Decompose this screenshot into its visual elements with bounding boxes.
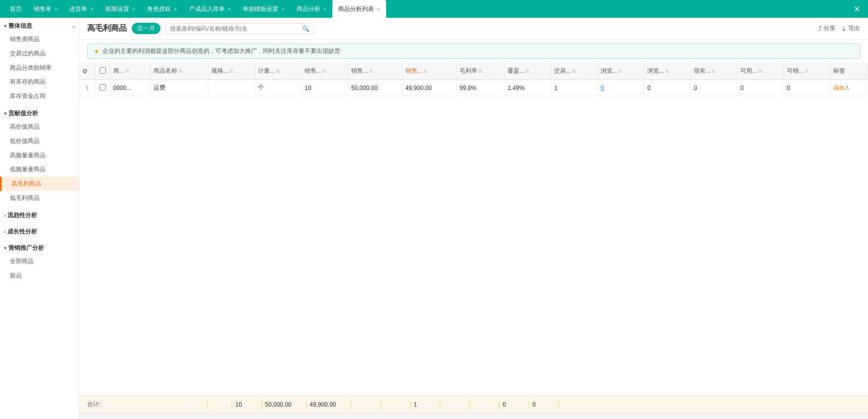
th-sales-qty[interactable]: 销售... ⇅ (302, 63, 348, 80)
export-button[interactable]: ⤓ 导出 (841, 24, 860, 33)
sidebar-item-traded-goods[interactable]: 交易过的商品 (0, 47, 79, 61)
info-icon: ✦ (94, 47, 100, 55)
tab-analysis-list-close[interactable]: × (377, 6, 380, 12)
sort-cost-icon: ⇅ (423, 68, 427, 74)
sidebar-item-inventory-goods[interactable]: 有库存的商品 (0, 75, 79, 89)
filter-recent-month[interactable]: 近一月 (132, 23, 160, 34)
arrow-growth-icon: › (4, 229, 5, 234)
tab-template[interactable]: 单据模板设置 × (237, 0, 290, 18)
th-code[interactable]: 商... ⇅ (110, 63, 151, 80)
tab-analysis-list[interactable]: 商品分析列表 × (332, 0, 386, 18)
footer-cell-cost: 49,900.00 (306, 401, 351, 408)
sidebar-item-high-freq[interactable]: 高频量量商品 (0, 148, 79, 163)
tab-sales[interactable]: 销售单 × (28, 0, 63, 18)
top-navigation: 首页 销售单 × 进货单 × 权限设置 × 角色授权 × 产成品入库单 × 单据… (0, 0, 868, 18)
cell-spec (208, 80, 255, 96)
sidebar-item-all-goods[interactable]: 全部商品 (0, 254, 79, 269)
tab-template-close[interactable]: × (281, 6, 284, 12)
sort-browse2-icon: ⇅ (665, 68, 669, 74)
data-table: ⚙ 商... ⇅ (79, 63, 868, 96)
th-unit[interactable]: 计量... ⇅ (255, 63, 302, 80)
th-transaction[interactable]: 交易... ⇅ (551, 63, 598, 80)
tab-analysis[interactable]: 商品分析 × (291, 0, 332, 18)
sort-unit-icon: ⇅ (276, 68, 280, 74)
sidebar-item-low-margin[interactable]: 低毛利商品 (0, 191, 79, 205)
sidebar-item-high-value[interactable]: 高价值商品 (0, 120, 79, 134)
sidebar-group-marketing[interactable]: ▾ 营销推广分析 (0, 240, 79, 254)
sidebar-group-overall[interactable]: ▾ 整体信息 (0, 18, 79, 32)
close-all-tabs[interactable]: ✕ (850, 4, 864, 14)
th-sales-amount[interactable]: 销售... ⇅ (348, 63, 402, 80)
cell-browse1[interactable]: 0 (598, 80, 644, 96)
th-browse2[interactable]: 浏览... ⇅ (644, 63, 691, 80)
data-table-wrapper[interactable]: ⚙ 商... ⇅ (79, 63, 868, 395)
sidebar-item-inventory-capital[interactable]: 库存资金占用 (0, 89, 79, 103)
tab-home[interactable]: 首页 (4, 0, 28, 18)
tab-roles[interactable]: 角色授权 × (141, 0, 183, 18)
th-coverage[interactable]: 覆盖... ⇅ (505, 63, 551, 80)
footer-cell-qty: 10 (232, 401, 262, 408)
sidebar-group-trend[interactable]: › 流趋性分析 (0, 207, 79, 222)
cell-current-inv: 0 (691, 80, 737, 96)
tab-permissions[interactable]: 权限设置 × (100, 0, 141, 18)
tab-permissions-close[interactable]: × (132, 6, 135, 12)
th-sales-cost[interactable]: 销售... ⇅ (402, 63, 456, 80)
th-sellable[interactable]: 可销... ⇅ (784, 63, 830, 80)
footer-cell-spacer2 (207, 401, 232, 408)
header-actions: ⤴ 分享 ⤓ 导出 (818, 24, 860, 33)
sidebar-section-trend: › 流趋性分析 (0, 207, 79, 222)
tab-purchase-close[interactable]: × (90, 6, 93, 12)
row-checkbox[interactable] (100, 84, 106, 91)
th-tag[interactable]: 标签 (830, 63, 868, 80)
select-all-checkbox[interactable] (100, 67, 106, 74)
sort-qty-icon: ⇅ (322, 68, 326, 74)
footer-cell-browse2 (470, 401, 500, 408)
sidebar-item-category-assist[interactable]: 商品分类助销率 (0, 61, 79, 75)
sort-avail-icon: ⇅ (758, 68, 762, 74)
footer-cell-transaction: 1 (410, 401, 440, 408)
cell-name[interactable]: 运费 (151, 80, 208, 96)
tab-products-in[interactable]: 产成品入库单 × (183, 0, 237, 18)
sidebar-item-low-value[interactable]: 低价值商品 (0, 134, 79, 148)
sort-current-icon: ⇅ (712, 68, 715, 74)
sidebar-item-sales-goods[interactable]: 销售类商品 (0, 32, 79, 47)
footer-cell-avail: 0 (529, 401, 559, 408)
th-name[interactable]: 商品名称 ⇅ (151, 63, 208, 80)
th-margin-rate[interactable]: 毛利率 ⇅ (457, 63, 505, 80)
horizontal-scrollbar[interactable] (79, 413, 868, 419)
th-avail-inv[interactable]: 可用... ⇅ (737, 63, 784, 80)
th-checkbox[interactable] (95, 63, 110, 80)
tab-purchase[interactable]: 进货单 × (63, 0, 99, 18)
th-current-inv[interactable]: 现有... ⇅ (691, 63, 737, 80)
footer-cell-amount: 50,000.00 (262, 401, 306, 408)
sidebar-group-growth[interactable]: › 成长性分析 (0, 224, 79, 238)
tab-roles-close[interactable]: × (174, 6, 177, 12)
cell-sales-cost: 49,900.00 (402, 80, 456, 96)
th-spec[interactable]: 规格... ⇅ (208, 63, 255, 80)
main-layout: « ▾ 整体信息 销售类商品 交易过的商品 商品分类助销率 有库存的商品 库存资… (0, 18, 868, 419)
settings-icon[interactable]: ⚙ (82, 68, 88, 75)
sidebar-collapse-btn[interactable]: « (69, 22, 79, 32)
th-settings[interactable]: ⚙ (79, 63, 95, 80)
sidebar-section-growth: › 成长性分析 (0, 224, 79, 238)
sort-coverage-icon: ⇅ (525, 68, 529, 74)
share-button[interactable]: ⤴ 分享 (818, 24, 835, 33)
sidebar-section-wealth: ▾ 贡献值分析 高价值商品 低价值商品 高频量量商品 低频量量商品 高毛利商品 … (0, 105, 79, 205)
sort-sellable-icon: ⇅ (805, 68, 809, 74)
page-title: 高毛利商品 (87, 23, 127, 34)
content-area: 高毛利商品 近一月 🔍 ⤴ 分享 ⤓ 导出 ✦ 企业的主要的利润都是这部分商品创… (79, 18, 868, 419)
sidebar-group-wealth[interactable]: ▾ 贡献值分析 (0, 105, 79, 120)
cell-tag: 高收入 (830, 80, 868, 96)
tab-products-close[interactable]: × (228, 6, 231, 12)
sidebar-item-new-goods[interactable]: 新品 (0, 269, 79, 283)
search-icon[interactable]: 🔍 (302, 25, 309, 32)
sidebar-item-low-freq[interactable]: 低频量量商品 (0, 162, 79, 177)
tab-analysis-close[interactable]: × (323, 6, 326, 12)
cell-checkbox[interactable] (95, 80, 110, 96)
search-input[interactable] (170, 25, 299, 32)
arrow-overall-icon: ▾ (4, 23, 6, 29)
sidebar-item-high-margin[interactable]: 高毛利商品 (0, 177, 79, 191)
th-browse1[interactable]: 浏览... ⇅ (598, 63, 644, 80)
tab-sales-close[interactable]: × (54, 6, 57, 12)
info-banner: ✦ 企业的主要的利润都是这部分商品创造的，可考虑加大推广，同时关注库存量不要出现… (87, 44, 860, 59)
